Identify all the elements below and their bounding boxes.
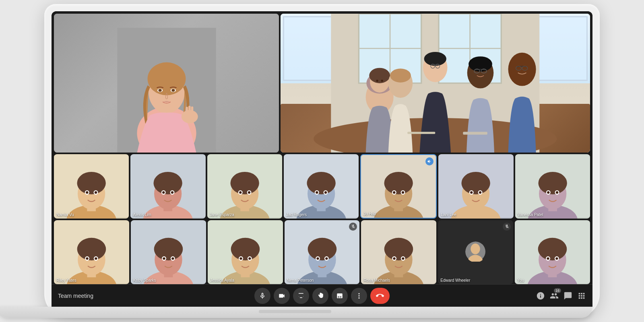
info-button[interactable] (536, 291, 545, 300)
svg-point-128 (163, 257, 165, 260)
svg-point-121 (95, 257, 97, 260)
svg-point-165 (538, 238, 567, 260)
activities-button[interactable] (577, 291, 586, 300)
present-button[interactable] (293, 288, 309, 304)
svg-point-146 (316, 257, 319, 260)
participant-p11[interactable]: Nena Peterson (285, 220, 360, 284)
muted-indicator (349, 223, 357, 231)
participant-name: Lani Lee (441, 213, 456, 217)
info-icon (536, 291, 545, 300)
participant-p6[interactable]: Lani Lee (438, 154, 513, 218)
svg-point-56 (86, 191, 88, 194)
svg-point-28 (376, 80, 378, 82)
thumbnail-row-2: Riley Yates Koby Sparks (54, 220, 590, 284)
participant-name: Jessica Ayala (210, 278, 234, 283)
raise-hand-button[interactable] (312, 288, 328, 304)
svg-point-54 (77, 172, 105, 194)
participant-name: Rosa Michaels (363, 278, 390, 283)
svg-point-47 (390, 68, 411, 83)
end-call-button[interactable] (370, 288, 390, 304)
participant-name: Koby Sparks (133, 278, 156, 283)
svg-point-130 (171, 257, 174, 260)
svg-point-90 (384, 172, 413, 194)
svg-point-6 (158, 89, 161, 92)
participant-name: Edward Wheeler (440, 278, 470, 283)
video-grid: Namia Vu Alexis Lim (52, 11, 592, 284)
thumbnail-row-1: Namia Vu Alexis Lim (54, 154, 590, 218)
toolbar: Team meeting (52, 284, 592, 307)
svg-point-169 (555, 257, 558, 260)
microphone-button[interactable] (254, 288, 270, 304)
svg-point-58 (95, 191, 97, 194)
chat-button[interactable] (564, 291, 572, 300)
svg-point-159 (471, 244, 480, 254)
svg-point-117 (77, 238, 106, 260)
participant-p9[interactable]: Koby Sparks (131, 220, 206, 284)
svg-point-112 (556, 191, 558, 194)
svg-point-170 (359, 293, 360, 294)
participant-p1[interactable]: Namia Vu (54, 154, 129, 218)
svg-point-157 (402, 257, 405, 260)
present-icon (297, 292, 305, 299)
svg-point-85 (324, 191, 327, 194)
svg-point-27 (369, 68, 390, 83)
camera-button[interactable] (274, 288, 290, 304)
svg-point-137 (239, 257, 242, 260)
svg-point-74 (239, 191, 242, 194)
participant-name: Jane Esparza (210, 213, 234, 217)
participant-name: Jad Rogers (286, 213, 307, 217)
participant-p12[interactable]: Rosa Michaels (361, 220, 436, 284)
svg-point-92 (393, 191, 395, 194)
svg-rect-49 (463, 132, 487, 135)
svg-point-63 (154, 172, 182, 194)
svg-point-8 (171, 89, 175, 92)
activities-icon (577, 291, 586, 300)
mic-icon (259, 292, 266, 299)
main-video-left[interactable] (54, 14, 279, 153)
svg-point-110 (547, 191, 549, 194)
main-speaker-figure (88, 28, 246, 153)
svg-point-76 (248, 191, 250, 194)
participant-p8[interactable]: Riley Yates (54, 220, 129, 284)
svg-rect-12 (188, 105, 191, 113)
participant-p2[interactable]: Alexis Lim (130, 154, 205, 218)
laptop-base (0, 307, 592, 318)
participant-p4[interactable]: Jad Rogers (284, 154, 359, 218)
participant-p14[interactable]: You (515, 220, 590, 284)
participant-p13[interactable]: Edward Wheeler (438, 220, 513, 284)
svg-point-67 (171, 191, 173, 194)
meeting-title: Team meeting (58, 293, 93, 299)
more-options-button[interactable] (351, 288, 367, 304)
svg-point-148 (325, 257, 328, 260)
svg-point-153 (384, 238, 413, 260)
svg-point-94 (402, 191, 404, 194)
svg-point-126 (154, 238, 183, 260)
svg-rect-13 (191, 106, 193, 113)
main-video-right[interactable] (281, 14, 590, 153)
participant-name: Alexis Lim (133, 213, 151, 217)
svg-rect-33 (430, 54, 441, 57)
people-count: 16 (554, 288, 561, 293)
main-video-row (54, 14, 590, 153)
svg-point-167 (547, 257, 549, 260)
svg-point-171 (359, 295, 360, 296)
svg-point-72 (230, 172, 259, 194)
people-button[interactable]: 16 (550, 291, 559, 300)
participant-name: Jo Hall (363, 212, 376, 216)
group-meeting-svg (281, 14, 590, 153)
captions-button[interactable] (332, 288, 348, 304)
svg-rect-48 (408, 132, 436, 134)
toolbar-right: 16 (506, 291, 586, 300)
participant-p7[interactable]: Vanessa Patel (515, 154, 590, 218)
svg-point-4 (147, 62, 186, 95)
participant-p3[interactable]: Jane Esparza (207, 154, 282, 218)
chat-icon (564, 291, 572, 300)
svg-rect-11 (186, 107, 188, 114)
svg-point-108 (538, 172, 567, 194)
svg-point-99 (462, 172, 490, 194)
muted-indicator (503, 223, 511, 231)
svg-point-135 (231, 238, 260, 260)
participant-p5[interactable]: Jo Hall (360, 154, 437, 218)
participant-p10[interactable]: Jessica Ayala (208, 220, 283, 284)
end-call-icon (374, 290, 386, 301)
